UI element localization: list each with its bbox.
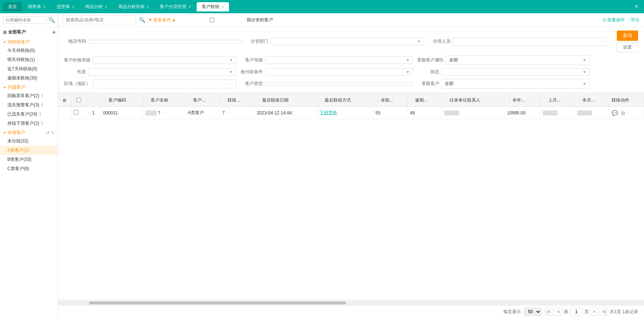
nature-caret: ▼ (229, 70, 233, 74)
tab-sales-close[interactable]: × (43, 5, 46, 9)
unit-contact-separator: ⋮ (444, 98, 449, 103)
table-horizontal-scrollbar[interactable] (58, 301, 644, 305)
tab-customer-segment-close[interactable]: × (189, 5, 191, 9)
this-month-label: 本月... (582, 97, 595, 103)
tab-purchase-close[interactable]: × (72, 5, 74, 9)
grade-caret: ▼ (406, 58, 409, 62)
price-grade-select[interactable]: ▼ (93, 56, 236, 64)
th-this-month[interactable]: ⋮ 本月... (575, 94, 609, 107)
problem-group-label[interactable]: ▼ 问题客户 (0, 83, 58, 91)
sidebar-item-c-class[interactable]: C类客户(6) (0, 164, 58, 173)
sidebar-item-tomorrow[interactable]: 明天待联络(1) (0, 55, 58, 64)
dept-select[interactable]: ▼ (271, 38, 424, 45)
all-customers-header[interactable]: ⊞ 全部客户 ◀ (0, 27, 58, 38)
grade-select[interactable]: ▼ (265, 56, 413, 64)
td-last-month (540, 107, 575, 119)
person-input[interactable]: ··· (453, 37, 607, 46)
filter-customer-type: 客户类型 (241, 81, 413, 87)
nature-select[interactable]: ▼ (88, 68, 236, 76)
type-col-separator: ⋮ (188, 98, 192, 103)
first-page-button[interactable]: |< (544, 308, 553, 315)
pending-group-label[interactable]: ▼ 待联络客户 (0, 38, 58, 46)
tab-analysis[interactable]: 商品分析 × (80, 2, 112, 11)
customer-type-input[interactable] (265, 82, 413, 86)
filter-payment: 收付款条件 ▼ (241, 68, 413, 76)
th-contact[interactable]: ⋮ 联络... (220, 94, 254, 107)
retail-attr-select[interactable]: 全部 ▼ (446, 55, 590, 65)
row-last-method[interactable]: 下销货单 (319, 110, 337, 115)
tab-purchase[interactable]: 进货单 × (51, 2, 79, 11)
th-code[interactable]: ⋮ 客户编码 (101, 94, 143, 107)
batch-op-button[interactable]: ☑ 批量操作 (602, 17, 625, 23)
th-type[interactable]: ⋮ 客户... (186, 94, 220, 107)
query-button[interactable]: 查询 (617, 31, 638, 41)
th-name[interactable]: ⋮ 客户名称 (143, 94, 185, 107)
chat-icon[interactable]: 💬 (612, 110, 618, 116)
this-year-separator: ⋮ (507, 98, 512, 103)
th-unit-contact[interactable]: ⋮ 往来单位联系人 (442, 94, 505, 107)
sidebar-item-declining[interactable]: 持续下滑客户(2) ℹ (0, 119, 58, 128)
payment-select[interactable]: ▼ (265, 68, 413, 76)
sidebar-search-icon[interactable]: 🔍 (49, 17, 55, 23)
tab-analysis-list[interactable]: 商品分析列表 × (113, 2, 154, 11)
th-last-contact-method[interactable]: ⋮ 最后联络方式 (317, 94, 373, 107)
region-input[interactable]: ··· (93, 80, 236, 88)
advanced-filter-panel: 电话号码 分管部门 ▼ 分管人员 ··· 查询 设置 (58, 27, 644, 93)
table-header-row: ⚙ ⋮ 客户编码 (58, 94, 644, 107)
sidebar-item-a-class[interactable]: A类客户(1) (0, 146, 58, 155)
sidebar-item-churn-warning[interactable]: 流失预警客户(3) ℹ (0, 100, 58, 110)
sidebar-item-b-class[interactable]: B类客户(33) (0, 155, 58, 164)
th-overdue[interactable]: ⋮ 逾期... (408, 94, 442, 107)
search-input[interactable] (62, 15, 136, 24)
qr-icon[interactable]: ⊞ (621, 110, 625, 116)
sidebar-item-overdue[interactable]: 逾期未联络(30) (0, 74, 58, 83)
th-uncontacted[interactable]: ⋮ 未联... (373, 94, 408, 107)
export-button[interactable]: ↑ 导出 (628, 17, 640, 23)
status-select[interactable]: ▼ (441, 68, 590, 76)
prev-page-button[interactable]: < (555, 308, 562, 315)
tab-customer-contact[interactable]: 客户联络 × (197, 2, 229, 11)
tab-analysis-close[interactable]: × (105, 5, 107, 9)
next-page-button[interactable]: > (590, 308, 598, 315)
td-contact: 7 (220, 107, 254, 119)
td-gear (58, 107, 71, 119)
settings-button[interactable]: 设置 (617, 42, 638, 52)
td-checkbox[interactable] (71, 107, 86, 119)
scroll-thumb[interactable] (89, 301, 346, 304)
last-page-button[interactable]: >| (600, 308, 608, 315)
sidebar-item-churned[interactable]: 已流失客户(24) ℹ (0, 110, 58, 119)
page-number-input[interactable] (570, 308, 583, 315)
close-all-tabs-button[interactable]: × (632, 2, 641, 11)
edit-icon[interactable]: ✎ (51, 130, 55, 135)
filter-person: 分管人员 ··· (429, 37, 607, 46)
tab-customer-contact-close[interactable]: × (222, 5, 224, 9)
tab-analysis-list-close[interactable]: × (147, 5, 149, 9)
refresh-icon[interactable]: ↺ (46, 130, 50, 135)
tab-sales[interactable]: 销售单 × (23, 2, 51, 11)
th-this-year[interactable]: ⋮ 本年... (505, 94, 540, 107)
more-conditions-button[interactable]: ▼ 更多条件 ▲ (148, 17, 176, 23)
th-last-contact-date[interactable]: ⋮ 最后联络日期 (254, 94, 317, 107)
sidebar-item-7days[interactable]: 近7天待联络(0) (0, 64, 58, 74)
sidebar-item-today[interactable]: 今天待联络(0) (0, 46, 58, 55)
value-group-text[interactable]: 价值客户 (8, 130, 25, 136)
per-page-select[interactable]: 50 (524, 308, 541, 316)
sidebar-item-repurchase-anomaly[interactable]: 回购异常客户(2) ℹ (0, 91, 58, 100)
th-last-month[interactable]: ⋮ 上月... (540, 94, 575, 107)
filter-action-buttons: 查询 设置 (617, 31, 638, 52)
th-checkbox[interactable] (71, 94, 86, 107)
phone-input[interactable] (88, 40, 242, 43)
tab-home[interactable]: 首页 (3, 2, 22, 11)
sidebar-search-input[interactable] (3, 16, 47, 24)
sidebar-item-ungrouped[interactable]: 未分组(32) (0, 137, 58, 146)
th-gear[interactable]: ⚙ (58, 94, 71, 107)
tab-customer-segment[interactable]: 客户分层经营 × (155, 2, 196, 11)
my-customers-checkbox[interactable] (179, 18, 245, 22)
retail-customer-select[interactable]: 全部 ▼ (441, 79, 590, 89)
filter-search-icon[interactable]: 🔍 (139, 17, 145, 23)
sidebar-collapse-btn[interactable]: ◀ (52, 30, 55, 35)
my-customers-checkbox-label[interactable]: 我分管的客户 (179, 17, 273, 23)
select-all-checkbox[interactable] (76, 98, 81, 102)
row-checkbox[interactable] (74, 110, 79, 115)
gear-icon[interactable]: ⚙ (62, 98, 67, 103)
